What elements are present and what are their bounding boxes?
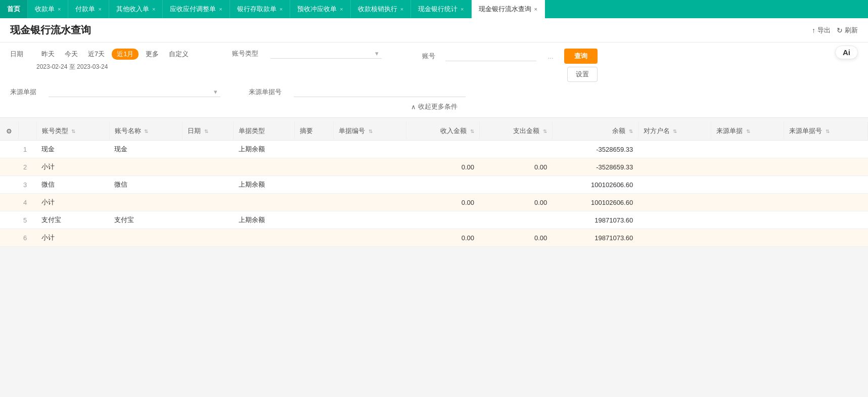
row-source-doc-no (784, 211, 868, 229)
nav-tab-payment[interactable]: 付款单× (68, 0, 109, 18)
row-counterpart (638, 141, 711, 158)
row-doc-no (334, 229, 406, 247)
date-yesterday[interactable]: 昨天 (38, 49, 58, 60)
row-expense: 0.00 (479, 229, 552, 247)
row-gear-cell (0, 211, 18, 229)
row-doc-type: 上期余额 (234, 211, 294, 229)
row-account-type: 小计 (36, 194, 109, 211)
row-doc-no (334, 211, 406, 229)
date-7days[interactable]: 近7天 (85, 49, 108, 60)
table-area: ⚙ 账号类型 ⇅ 账号名称 ⇅ 日期 ⇅ 单据类型 摘要 单据编号 ⇅ 收入金额… (0, 122, 868, 247)
nav-tab-close-icon[interactable]: × (461, 6, 464, 12)
row-account-name: 支付宝 (109, 211, 182, 229)
row-date (182, 229, 234, 247)
refresh-button[interactable]: ↻ 刷新 (837, 26, 858, 35)
nav-tab-close-icon[interactable]: × (58, 6, 61, 12)
nav-tab-label: 现金银行流水查询 (479, 5, 531, 14)
table-row: 2 小计 0.00 0.00 -3528659.33 (0, 158, 868, 176)
row-balance: 19871073.60 (552, 229, 638, 247)
date-more[interactable]: 更多 (143, 49, 162, 60)
col-balance[interactable]: 余额 ⇅ (552, 122, 638, 141)
nav-tab-label: 现金银行统计 (418, 5, 458, 14)
nav-tab-close-icon[interactable]: × (152, 6, 155, 12)
account-dots[interactable]: ... (544, 53, 556, 60)
row-source-doc-no (784, 141, 868, 158)
settings-button[interactable]: 设置 (567, 67, 598, 82)
nav-tab-close-icon[interactable]: × (98, 6, 101, 12)
row-doc-no (334, 158, 406, 176)
row-source-doc-no (784, 158, 868, 176)
sort-expense-icon: ⇅ (543, 128, 547, 134)
row-income: 0.00 (406, 229, 479, 247)
col-source-doc-no[interactable]: 来源单据号 ⇅ (784, 122, 868, 141)
row-gear-cell (0, 194, 18, 211)
date-custom[interactable]: 自定义 (166, 49, 192, 60)
nav-tab-ar-adjust[interactable]: 应收应付调整单× (163, 0, 230, 18)
account-input[interactable] (445, 51, 536, 61)
row-date (182, 141, 234, 158)
row-account-name (109, 158, 182, 176)
nav-tab-close-icon[interactable]: × (219, 6, 222, 12)
col-date[interactable]: 日期 ⇅ (182, 122, 234, 141)
col-account-type[interactable]: 账号类型 ⇅ (36, 122, 109, 141)
date-shortcuts: 昨天 今天 近7天 近1月 更多 自定义 (38, 49, 192, 60)
col-account-name[interactable]: 账号名称 ⇅ (109, 122, 182, 141)
col-expense[interactable]: 支出金额 ⇅ (479, 122, 552, 141)
account-label: 账号 (422, 52, 437, 61)
export-button[interactable]: ↑ 导出 (812, 26, 831, 35)
collapse-label: 收起更多条件 (418, 102, 458, 111)
row-date (182, 211, 234, 229)
row-balance: 19871073.60 (552, 211, 638, 229)
ai-button[interactable]: Ai (835, 46, 858, 59)
source-doc-label: 来源单据 (10, 87, 40, 97)
export-label: 导出 (817, 26, 831, 35)
row-balance: -3528659.33 (552, 158, 638, 176)
table-row: 1 现金 现金 上期余额 -3528659.33 (0, 141, 868, 158)
row-account-name (109, 194, 182, 211)
row-expense (479, 141, 552, 158)
nav-home[interactable]: 首页 (0, 0, 28, 18)
nav-tab-advance[interactable]: 预收冲应收单× (290, 0, 350, 18)
col-counterpart[interactable]: 对方户名 ⇅ (638, 122, 711, 141)
row-income (406, 141, 479, 158)
source-doc-no-label: 来源单据号 (249, 87, 282, 97)
nav-tab-close-icon[interactable]: × (400, 6, 403, 12)
row-income (406, 176, 479, 194)
nav-tab-receipt[interactable]: 收款单× (28, 0, 68, 18)
row-balance: 100102606.60 (552, 194, 638, 211)
row-summary (294, 158, 333, 176)
col-income[interactable]: 收入金额 ⇅ (406, 122, 479, 141)
collapse-bar[interactable]: ∧ 收起更多条件 (10, 102, 858, 111)
source-doc-select[interactable]: ▾ (49, 87, 220, 97)
row-num: 5 (18, 211, 36, 229)
date-range-display: 2023-02-24 至 2023-03-24 (36, 63, 108, 70)
col-doc-no[interactable]: 单据编号 ⇅ (334, 122, 406, 141)
row-balance: -3528659.33 (552, 141, 638, 158)
row-source-doc (711, 176, 784, 194)
nav-tab-bank-deposit[interactable]: 银行存取款单× (230, 0, 290, 18)
nav-tab-cash-bank-stat[interactable]: 现金银行统计× (411, 0, 471, 18)
row-gear-cell (0, 176, 18, 194)
source-doc-no-input[interactable] (294, 87, 466, 97)
ai-label: Ai (843, 48, 850, 57)
nav-tab-close-icon[interactable]: × (280, 6, 283, 12)
nav-tab-cash-bank-flow[interactable]: 现金银行流水查询× (472, 0, 545, 18)
query-button[interactable]: 查询 (564, 49, 598, 64)
row-doc-type: 上期余额 (234, 176, 294, 194)
account-type-select[interactable]: ▾ (270, 49, 382, 59)
col-num (18, 122, 36, 141)
nav-tab-other-income[interactable]: 其他收入单× (109, 0, 163, 18)
gear-icon: ⚙ (6, 127, 12, 135)
nav-tab-label: 收款核销执行 (358, 5, 397, 14)
row-source-doc (711, 141, 784, 158)
nav-tab-close-icon[interactable]: × (534, 6, 537, 12)
table-row: 6 小计 0.00 0.00 19871073.60 (0, 229, 868, 247)
col-gear[interactable]: ⚙ (0, 122, 18, 141)
col-source-doc[interactable]: 来源单据 ⇅ (711, 122, 784, 141)
nav-tab-label: 其他收入单 (116, 5, 149, 14)
row-date (182, 194, 234, 211)
date-1month[interactable]: 近1月 (112, 49, 139, 60)
nav-tab-close-icon[interactable]: × (340, 6, 343, 12)
nav-tab-collect-verify[interactable]: 收款核销执行× (351, 0, 411, 18)
date-today[interactable]: 今天 (62, 49, 81, 60)
